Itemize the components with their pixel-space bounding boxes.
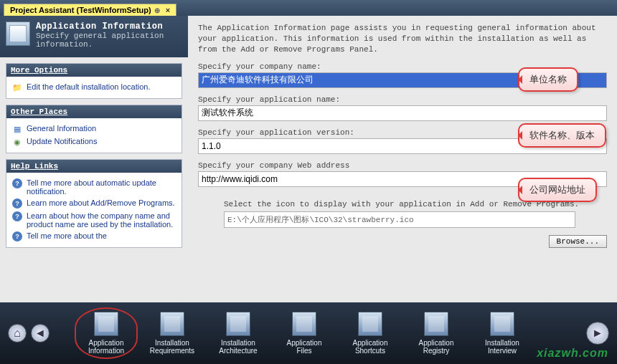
icon-path-field[interactable]: E:\个人应用程序\图标\ICO\32\strawberry.ico — [224, 211, 575, 228]
footer-step-installation-architecture[interactable]: InstallationArchitecture — [205, 309, 271, 358]
step-line2: Architecture — [219, 347, 257, 355]
step-line1: Installation — [155, 339, 189, 347]
step-line1: Application — [287, 339, 322, 347]
step-line1: Application — [419, 339, 454, 347]
help-icon: ? — [12, 198, 22, 209]
step-icon — [358, 312, 382, 336]
callout-appname: 软件名称、版本 — [518, 123, 606, 148]
main-content: The Application Information page assists… — [188, 16, 617, 302]
sidebar: Application Information Specify general … — [0, 16, 188, 302]
panel-title: Help Links — [6, 160, 182, 173]
callout-company: 单位名称 — [518, 67, 578, 92]
footer-step-installation-interview[interactable]: InstallationInterview — [469, 309, 535, 358]
item-label: Learn more about Add/Remove Programs. — [27, 198, 175, 207]
watermark: xiazwh.com — [537, 347, 608, 360]
header-desc: Specify general application information. — [36, 32, 182, 49]
browse-button[interactable]: Browse... — [549, 235, 607, 248]
item-label: General Information — [27, 124, 96, 133]
step-line2: Information — [88, 347, 124, 355]
sidebar-item-default-location[interactable]: 📁 Edit the default installation location… — [9, 81, 179, 94]
step-line1: Application — [89, 339, 124, 347]
sidebar-header: Application Information Specify general … — [0, 16, 188, 57]
step-icon — [292, 312, 316, 336]
panel-title: Other Places — [6, 105, 182, 118]
help-link-company-product[interactable]: ?Learn about how the company name and pr… — [9, 210, 179, 230]
panel-help-links: Help Links ?Tell me more about automatic… — [6, 159, 182, 248]
appname-label: Specify your application name: — [198, 95, 607, 104]
appname-input[interactable] — [198, 105, 607, 121]
help-link-update[interactable]: ?Tell me more about automatic update not… — [9, 177, 179, 197]
footer-step-application-shortcuts[interactable]: ApplicationShortcuts — [337, 309, 403, 358]
step-line1: Installation — [485, 339, 519, 347]
web-label: Specify your company Web address — [198, 161, 607, 170]
help-icon: ? — [12, 231, 22, 241]
step-icon — [226, 312, 250, 336]
footer-step-application-registry[interactable]: ApplicationRegistry — [403, 309, 469, 358]
sidebar-item-update-notifications[interactable]: ◉ Update Notifications — [9, 135, 179, 148]
app-info-icon — [6, 21, 30, 46]
tab-bar: Project Assistant (TestWinformSetup) ⊕ × — [0, 0, 617, 16]
back-button[interactable]: ◄ — [31, 324, 50, 343]
footer-step-installation-requirements[interactable]: InstallationRequirements — [139, 309, 205, 358]
step-icon — [490, 312, 514, 336]
help-link-addremove[interactable]: ?Learn more about Add/Remove Programs. — [9, 197, 179, 210]
panel-other-places: Other Places ▦ General Information ◉ Upd… — [6, 105, 182, 153]
step-line1: Application — [353, 339, 388, 347]
grid-icon: ▦ — [12, 124, 22, 134]
callout-web: 公司网站地址 — [518, 178, 597, 202]
step-icon — [94, 312, 118, 336]
forward-button[interactable]: ► — [586, 322, 609, 345]
help-icon: ? — [12, 211, 22, 221]
footer-step-application-files[interactable]: ApplicationFiles — [271, 309, 337, 358]
folder-icon: 📁 — [12, 82, 22, 92]
step-icon — [160, 312, 184, 336]
sidebar-item-general-info[interactable]: ▦ General Information — [9, 123, 179, 135]
home-button[interactable]: ⌂ — [8, 324, 27, 343]
close-icon[interactable]: × — [166, 6, 170, 14]
item-label: Update Notifications — [27, 137, 97, 145]
item-label: Tell me more about the — [27, 231, 107, 240]
step-line2: Interview — [488, 347, 517, 355]
tab-title: Project Assistant (TestWinformSetup) — [10, 6, 151, 14]
panel-more-options: More Options 📁 Edit the default installa… — [6, 63, 182, 99]
intro-text: The Application Information page assists… — [198, 23, 607, 55]
header-title: Application Information — [36, 21, 182, 32]
item-label: Edit the default installation location. — [27, 82, 150, 91]
step-icon — [424, 312, 448, 336]
pin-icon[interactable]: ⊕ — [154, 6, 160, 14]
step-line2: Shortcuts — [355, 347, 385, 355]
step-line2: Registry — [423, 347, 450, 355]
item-label: Learn about how the company name and pro… — [27, 211, 176, 229]
help-icon: ? — [12, 178, 22, 188]
footer-step-application-information[interactable]: ApplicationInformation — [73, 309, 139, 358]
step-line2: Requirements — [150, 347, 194, 355]
panel-title: More Options — [6, 64, 182, 77]
step-line2: Files — [296, 347, 311, 355]
help-link-more[interactable]: ?Tell me more about the — [9, 230, 179, 243]
globe-icon: ◉ — [12, 137, 22, 147]
footer-nav: ⌂ ◄ ApplicationInformationInstallationRe… — [0, 302, 617, 364]
item-label: Tell me more about automatic update noti… — [27, 178, 176, 196]
step-line1: Installation — [221, 339, 255, 347]
document-tab[interactable]: Project Assistant (TestWinformSetup) ⊕ × — [4, 4, 176, 16]
